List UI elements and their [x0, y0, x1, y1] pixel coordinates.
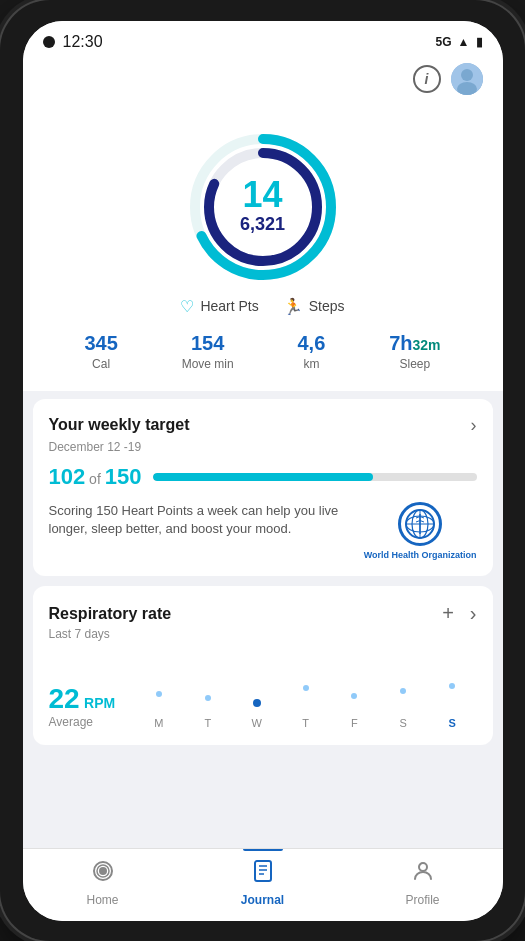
- status-left: 12:30: [43, 33, 103, 51]
- stat-cal: 345 Cal: [84, 332, 117, 371]
- svg-point-20: [419, 863, 427, 871]
- who-emblem-svg: [402, 506, 438, 542]
- scroll-area: 14 6,321 ♡ Heart Pts 🏃 Steps: [23, 107, 503, 848]
- stat-move: 154 Move min: [182, 332, 234, 371]
- chart-col-w: [232, 653, 281, 713]
- avatar[interactable]: [451, 63, 483, 95]
- weekly-score: 102 of 150: [49, 464, 142, 490]
- stat-km-value: 4,6: [298, 332, 326, 355]
- chart-label-s2: S: [428, 717, 477, 729]
- respiratory-subtitle: Last 7 days: [49, 627, 477, 641]
- weekly-target-card: Your weekly target › December 12 -19 102…: [33, 399, 493, 577]
- respiratory-value-unit: 22 RPM: [49, 683, 119, 715]
- weekly-target-header: Your weekly target ›: [49, 415, 477, 436]
- journal-icon: [251, 859, 275, 889]
- weekly-target-title: Your weekly target: [49, 416, 190, 434]
- respiratory-average: 22 RPM Average: [49, 683, 119, 729]
- stat-sleep-value: 7h32m: [389, 332, 440, 355]
- stat-move-label: Move min: [182, 357, 234, 371]
- svg-rect-16: [255, 861, 271, 881]
- chart-col-t2: [281, 653, 330, 713]
- heart-pts-label: Heart Pts: [200, 298, 258, 314]
- respiratory-value: 22: [49, 683, 80, 714]
- respiratory-avg-label: Average: [49, 715, 119, 729]
- respiratory-header: Respiratory rate + ›: [49, 602, 477, 625]
- stat-km-label: km: [298, 357, 326, 371]
- respiratory-card: Respiratory rate + › Last 7 days 22 RPM …: [33, 586, 493, 745]
- signal-icon: 5G: [436, 35, 452, 49]
- battery-icon: ▮: [476, 35, 483, 49]
- wifi-icon: ▲: [458, 35, 470, 49]
- nav-home[interactable]: Home: [23, 849, 183, 921]
- svg-point-14: [99, 867, 107, 875]
- chart-col-f: [330, 653, 379, 713]
- chart-col-s2: [428, 653, 477, 713]
- dot-f: [351, 693, 357, 699]
- weekly-progress-row: 102 of 150: [49, 464, 477, 490]
- respiratory-unit: RPM: [84, 695, 115, 711]
- status-bar: 12:30 5G ▲ ▮: [23, 21, 503, 59]
- chart-label-f: F: [330, 717, 379, 729]
- profile-icon: [411, 859, 435, 889]
- stat-km: 4,6 km: [298, 332, 326, 371]
- chart-label-t1: T: [183, 717, 232, 729]
- add-respiratory-button[interactable]: +: [442, 602, 454, 625]
- who-logo: World Health Organization: [364, 502, 477, 561]
- nav-home-label: Home: [86, 893, 118, 907]
- phone-screen: 12:30 5G ▲ ▮ i: [23, 21, 503, 921]
- progress-bar-bg: [153, 473, 476, 481]
- respiratory-body: 22 RPM Average: [49, 653, 477, 729]
- respiratory-chart: M T W T F S S: [135, 653, 477, 729]
- chart-label-w: W: [232, 717, 281, 729]
- stat-move-value: 154: [182, 332, 234, 355]
- chart-label-m: M: [135, 717, 184, 729]
- phone-frame: 12:30 5G ▲ ▮ i: [0, 0, 525, 941]
- chart-col-t1: [183, 653, 232, 713]
- chart-dots: [135, 653, 477, 713]
- weekly-description: Scoring 150 Heart Points a week can help…: [49, 502, 352, 538]
- ring-sub-number: 6,321: [240, 213, 285, 236]
- steps-legend: 🏃 Steps: [283, 297, 345, 316]
- heart-icon: ♡: [180, 297, 194, 316]
- home-icon: [91, 859, 115, 889]
- info-icon: i: [425, 71, 429, 87]
- ring-container: 14 6,321: [43, 127, 483, 287]
- steps-label: Steps: [309, 298, 345, 314]
- ring-legend: ♡ Heart Pts 🏃 Steps: [43, 297, 483, 316]
- steps-icon: 🏃: [283, 297, 303, 316]
- respiratory-chevron-icon[interactable]: ›: [470, 602, 477, 625]
- dot-s1: [400, 688, 406, 694]
- respiratory-title: Respiratory rate: [49, 605, 172, 623]
- dot-w: [253, 699, 261, 707]
- chart-label-s1: S: [379, 717, 428, 729]
- nav-journal[interactable]: Journal: [183, 849, 343, 921]
- chart-col-s1: [379, 653, 428, 713]
- status-right: 5G ▲ ▮: [436, 35, 483, 49]
- stat-sleep: 7h32m Sleep: [389, 332, 440, 371]
- respiratory-actions: + ›: [442, 602, 476, 625]
- weekly-chevron-icon[interactable]: ›: [471, 415, 477, 436]
- dot-t1: [205, 695, 211, 701]
- chart-label-t2: T: [281, 717, 330, 729]
- dot-t2: [303, 685, 309, 691]
- stats-row: 345 Cal 154 Move min 4,6 km: [43, 332, 483, 371]
- stat-sleep-label: Sleep: [389, 357, 440, 371]
- header: i: [23, 59, 503, 107]
- status-time: 12:30: [63, 33, 103, 51]
- heart-pts-legend: ♡ Heart Pts: [180, 297, 258, 316]
- nav-active-indicator: [243, 849, 283, 851]
- dot-s2: [449, 683, 455, 689]
- progress-bar-fill: [153, 473, 373, 481]
- nav-journal-label: Journal: [241, 893, 284, 907]
- dot-m: [156, 691, 162, 697]
- ring-main-number: 14: [240, 177, 285, 213]
- info-button[interactable]: i: [413, 65, 441, 93]
- bottom-nav: Home Journal: [23, 848, 503, 921]
- stat-cal-value: 345: [84, 332, 117, 355]
- svg-point-1: [461, 69, 473, 81]
- camera-dot: [43, 36, 55, 48]
- chart-labels: M T W T F S S: [135, 717, 477, 729]
- who-circle: [398, 502, 442, 546]
- top-card: 14 6,321 ♡ Heart Pts 🏃 Steps: [23, 107, 503, 391]
- nav-profile[interactable]: Profile: [343, 849, 503, 921]
